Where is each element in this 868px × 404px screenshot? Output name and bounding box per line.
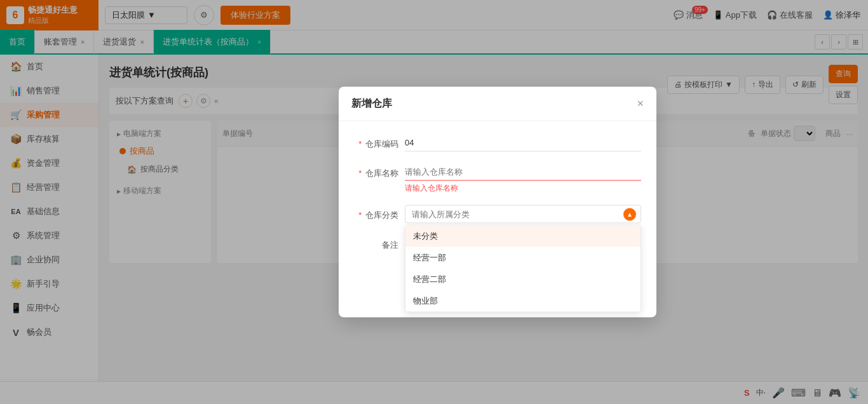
modal-title: 新增仓库 (351, 97, 392, 111)
required-marker-name: * (358, 168, 362, 178)
category-select-wrap: ▲ 未分类 经营一部 经营二部 物业部 (405, 205, 641, 224)
name-input-wrap: 请输入仓库名称 (405, 163, 641, 194)
modal-body: * 仓库编码 * 仓库名称 请输入仓库名称 * 仓库分类 (339, 121, 656, 277)
category-input[interactable] (405, 205, 641, 224)
code-input[interactable] (405, 134, 641, 152)
required-marker-category: * (358, 210, 362, 220)
category-dropdown: 未分类 经营一部 经营二部 物业部 (405, 225, 641, 313)
dropdown-option-property[interactable]: 物业部 (405, 290, 641, 312)
name-error-msg: 请输入仓库名称 (405, 183, 641, 194)
form-row-category: * 仓库分类 ▲ 未分类 经营一部 经营二部 物业部 (354, 205, 641, 224)
modal-close-button[interactable]: × (637, 97, 644, 111)
category-label: * 仓库分类 (354, 205, 398, 221)
form-row-name: * 仓库名称 请输入仓库名称 (354, 163, 641, 194)
required-marker: * (358, 139, 362, 149)
dropdown-option-dept2[interactable]: 经营二部 (405, 269, 641, 290)
dropdown-option-dept1[interactable]: 经营一部 (405, 247, 641, 269)
new-warehouse-modal: 新增仓库 × * 仓库编码 * 仓库名称 请输入仓库名称 (339, 87, 656, 318)
code-input-wrap (405, 134, 641, 152)
note-form-label: 备注 (354, 235, 398, 251)
name-label: * 仓库名称 (354, 163, 398, 179)
dropdown-option-uncategorized[interactable]: 未分类 (405, 226, 641, 247)
name-input[interactable] (405, 163, 641, 181)
code-label: * 仓库编码 (354, 134, 398, 150)
form-row-code: * 仓库编码 (354, 134, 641, 152)
modal-header: 新增仓库 × (339, 87, 656, 121)
